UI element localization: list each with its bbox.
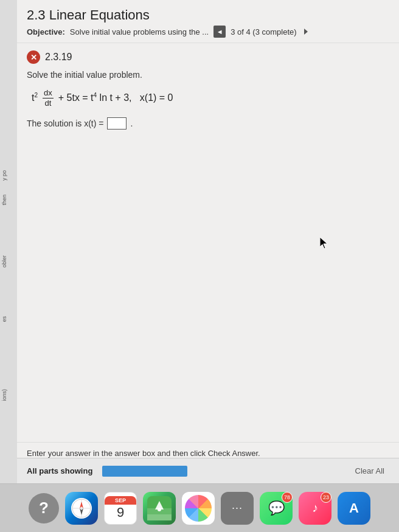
dock-music[interactable]: ♪ 23 (299, 492, 331, 525)
objective-label: Objective: (27, 27, 65, 36)
dock-appstore[interactable]: A (338, 492, 370, 525)
sidebar-label-po: y po (1, 170, 7, 181)
dock-question-mark[interactable]: ? (29, 493, 59, 523)
dock-photos-icon (185, 495, 212, 522)
problem-container: ✕ 2.3.19 Solve the initial value problem… (17, 43, 399, 137)
answer-prefix: The solution is x(t) = (27, 119, 103, 128)
dock-calendar-day: 9 (117, 505, 124, 520)
answer-input[interactable] (107, 117, 127, 130)
dock-imessage-badge: 78 (282, 492, 293, 503)
dock-music-badge: 23 (321, 492, 331, 503)
dock-calendar-month: SEP (105, 496, 136, 505)
nav-prev-button[interactable]: ◄ (213, 26, 226, 38)
svg-point-11 (158, 508, 161, 511)
answer-line: The solution is x(t) = . (27, 117, 389, 130)
progress-text: 3 of 4 (3 complete) (231, 27, 296, 36)
dock-more[interactable]: ··· (221, 492, 254, 525)
sidebar-label-oble: obler (1, 255, 7, 268)
dock-maps[interactable] (143, 492, 176, 525)
eq-t2: t2 (32, 92, 38, 103)
problem-close-badge[interactable]: ✕ (27, 50, 40, 64)
frac-denominator: dt (43, 98, 52, 108)
mouse-cursor (320, 237, 330, 249)
page-title: 2.3 Linear Equations (27, 7, 389, 23)
objective-description: Solve initial value problems using the .… (70, 27, 209, 36)
fraction-dx-dt: dx dt (43, 88, 54, 108)
problem-id: 2.3.19 (45, 52, 72, 63)
eq-plus: + 5tx = t4 ln t + 3, x(1) = 0 (58, 92, 173, 103)
sidebar-label-then: then (1, 195, 7, 206)
header: 2.3 Linear Equations Objective: Solve in… (17, 0, 399, 43)
left-sidebar: y po then obler es ions) (0, 0, 17, 483)
clear-all-button[interactable]: Clear All (350, 464, 389, 478)
sidebar-label-ions: ions) (1, 389, 7, 401)
answer-period: . (130, 119, 133, 128)
progress-dropdown-arrow[interactable] (304, 29, 308, 35)
svg-marker-0 (320, 237, 327, 249)
progress-bar (102, 466, 187, 477)
svg-rect-9 (147, 514, 172, 520)
objective-bar: Objective: Solve initial value problems … (27, 26, 389, 38)
main-panel: 2.3 Linear Equations Objective: Solve in… (17, 0, 399, 483)
footer-bar: All parts showing Clear All (17, 458, 399, 483)
problem-id-row: ✕ 2.3.19 (27, 50, 389, 64)
svg-text:A: A (349, 500, 359, 516)
dock-calendar[interactable]: SEP 9 (104, 492, 137, 525)
dock-imessage[interactable]: 💬 78 (260, 492, 293, 525)
dock-safari[interactable] (65, 492, 98, 525)
frac-numerator: dx (43, 88, 54, 98)
all-parts-label: All parts showing (27, 466, 92, 475)
mac-dock: ? SEP 9 ··· 💬 78 ♪ 23 (0, 483, 399, 532)
problem-instruction: Solve the initial value problem. (27, 70, 389, 80)
dock-photos[interactable] (182, 492, 215, 525)
sidebar-label-es: es (1, 316, 7, 322)
equation-block: t2 dx dt + 5tx = t4 ln t + 3, x(1) = 0 (32, 88, 389, 108)
